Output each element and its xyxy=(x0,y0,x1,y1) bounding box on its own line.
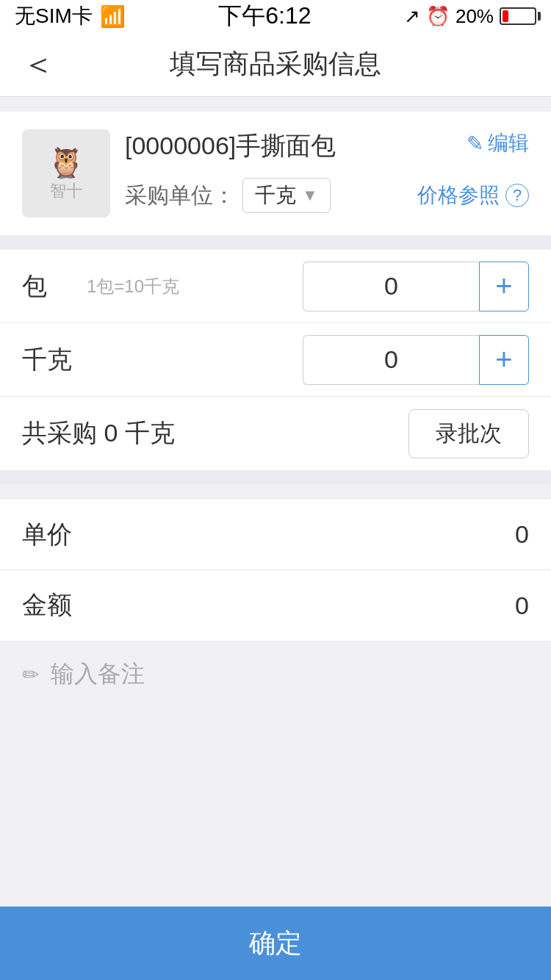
amount-label: 金额 xyxy=(22,588,72,622)
batch-button[interactable]: 录批次 xyxy=(408,409,529,458)
amount-value: 0 xyxy=(515,591,529,620)
wifi-icon: 📶 xyxy=(100,4,126,29)
status-left: 无SIM卡 📶 xyxy=(15,2,126,30)
carrier-text: 无SIM卡 xyxy=(15,2,93,30)
time-display: 下午6:12 xyxy=(218,0,311,32)
confirm-button[interactable]: 确定 xyxy=(0,907,551,980)
location-icon: ↗ xyxy=(404,5,420,28)
edit-icon: ✎ xyxy=(467,131,483,156)
kg-quantity-input[interactable] xyxy=(303,335,479,385)
product-thumbnail-icon: 🦉 xyxy=(48,145,84,180)
product-card: 🦉 智十 [0000006]手撕面包 ✎ 编辑 采购单位： 千克 ▼ 价格参照 … xyxy=(0,112,551,235)
product-name: [0000006]手撕面包 xyxy=(125,129,336,163)
unit-select[interactable]: 千克 ▼ xyxy=(242,178,331,213)
nav-bar: ＜ 填写商品采购信息 xyxy=(0,32,551,97)
summary-text: 共采购 0 千克 xyxy=(22,417,175,450)
alarm-icon: ⏰ xyxy=(426,5,450,28)
kg-label: 千克 xyxy=(22,343,81,377)
section-divider-2 xyxy=(0,470,551,485)
product-info: [0000006]手撕面包 ✎ 编辑 采购单位： 千克 ▼ 价格参照 ? xyxy=(125,129,529,213)
product-name-row: [0000006]手撕面包 ✎ 编辑 xyxy=(125,129,529,163)
status-right: ↗ ⏰ 20% xyxy=(404,5,536,28)
unit-value: 千克 xyxy=(255,181,296,209)
unit-dropdown-arrow: ▼ xyxy=(302,186,318,205)
bag-label: 包 xyxy=(22,270,81,303)
amount-row: 金额 0 xyxy=(0,570,551,641)
input-section: 包 1包=10千克 + 千克 + 共采购 0 千克 录批次 xyxy=(0,250,551,470)
bag-plus-button[interactable]: + xyxy=(479,262,529,311)
bag-quantity-input[interactable] xyxy=(303,262,479,311)
remark-section: ✏ 输入备注 xyxy=(0,641,551,708)
bag-controls: + xyxy=(179,262,529,311)
back-button[interactable]: ＜ xyxy=(22,43,54,86)
price-section: 单价 0 金额 0 xyxy=(0,500,551,641)
price-ref-button[interactable]: 价格参照 ? xyxy=(417,181,529,209)
kg-plus-button[interactable]: + xyxy=(479,335,529,385)
section-divider-1 xyxy=(0,235,551,250)
product-thumbnail-label: 智十 xyxy=(50,180,82,202)
kg-controls: + xyxy=(81,335,529,385)
bag-input-row: 包 1包=10千克 + xyxy=(0,250,551,323)
unit-price-label: 单价 xyxy=(22,518,72,552)
product-image: 🦉 智十 xyxy=(22,129,110,217)
price-ref-label: 价格参照 xyxy=(417,181,500,209)
unit-price-row: 单价 0 xyxy=(0,500,551,570)
confirm-label: 确定 xyxy=(249,926,302,962)
edit-button[interactable]: ✎ 编辑 xyxy=(467,129,529,157)
unit-prefix-label: 采购单位： xyxy=(125,181,235,211)
pencil-icon: ✏ xyxy=(22,663,39,687)
unit-selector-group: 采购单位： 千克 ▼ xyxy=(125,178,331,213)
product-unit-row: 采购单位： 千克 ▼ 价格参照 ? xyxy=(125,178,529,213)
remark-input-row[interactable]: ✏ 输入备注 xyxy=(22,658,529,691)
page-title: 填写商品采购信息 xyxy=(170,46,381,82)
battery-icon xyxy=(500,7,536,25)
bag-sublabel: 1包=10千克 xyxy=(87,275,179,298)
price-ref-info-icon: ? xyxy=(505,184,529,207)
battery-percent: 20% xyxy=(455,5,494,28)
unit-price-value: 0 xyxy=(515,520,529,549)
kg-input-row: 千克 + xyxy=(0,323,551,397)
summary-row: 共采购 0 千克 录批次 xyxy=(0,397,551,470)
remark-placeholder: 输入备注 xyxy=(51,658,145,691)
edit-label: 编辑 xyxy=(488,129,529,157)
status-bar: 无SIM卡 📶 下午6:12 ↗ ⏰ 20% xyxy=(0,0,551,32)
battery-fill xyxy=(503,10,508,22)
